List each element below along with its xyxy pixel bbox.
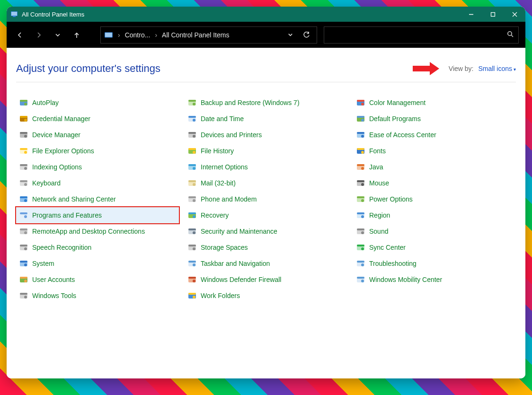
cp-item-devices-and-printers[interactable]: Devices and Printers	[185, 127, 347, 143]
cp-item-remoteapp-and-desktop-connections[interactable]: RemoteApp and Desktop Connections	[16, 223, 179, 239]
cp-item-label: Sound	[369, 228, 388, 235]
svg-rect-118	[357, 245, 364, 246]
cp-item-sync-center[interactable]: Sync Center	[353, 239, 516, 255]
storage-spaces-icon	[187, 243, 197, 252]
svg-point-101	[361, 151, 364, 154]
cp-item-windows-tools[interactable]: Windows Tools	[16, 288, 179, 304]
cp-item-label: File History	[201, 147, 234, 155]
search-icon	[507, 31, 514, 39]
cp-item-power-options[interactable]: Power Options	[353, 191, 516, 207]
cp-item-storage-spaces[interactable]: Storage Spaces	[185, 239, 347, 255]
cp-item-java[interactable]: Java	[353, 159, 516, 175]
svg-rect-4	[491, 12, 495, 16]
svg-point-53	[193, 103, 195, 105]
cp-item-label: Internet Options	[201, 163, 248, 171]
cp-item-label: Security and Maintenance	[201, 228, 277, 235]
cp-item-label: Windows Defender Firewall	[201, 276, 281, 283]
svg-rect-13	[20, 100, 27, 102]
cp-item-device-manager[interactable]: Device Manager	[16, 127, 179, 143]
svg-point-89	[193, 296, 195, 298]
security-and-maintenance-icon	[187, 227, 197, 236]
view-by-value-dropdown[interactable]: Small icons▾	[478, 65, 516, 72]
phone-and-modem-icon	[187, 194, 197, 204]
color-management-icon	[356, 98, 365, 107]
windows-defender-firewall-icon	[187, 275, 197, 284]
cp-item-troubleshooting[interactable]: Troubleshooting	[353, 255, 516, 272]
svg-point-68	[193, 183, 195, 186]
svg-point-47	[24, 280, 27, 282]
search-input[interactable]	[324, 26, 519, 44]
svg-point-119	[361, 247, 364, 250]
nav-back-button[interactable]	[10, 26, 29, 44]
cp-item-backup-and-restore[interactable]: Backup and Restore (Windows 7)	[185, 95, 347, 111]
cp-item-user-accounts[interactable]: User Accounts	[16, 272, 179, 288]
cp-item-label: User Accounts	[32, 276, 75, 283]
svg-point-20	[24, 135, 27, 138]
cp-item-label: Ease of Access Center	[369, 131, 436, 139]
svg-rect-91	[357, 100, 364, 102]
svg-rect-79	[188, 245, 196, 246]
minimize-button[interactable]	[460, 7, 482, 22]
nav-up-button[interactable]	[67, 26, 86, 44]
cp-item-region[interactable]: Region	[353, 207, 516, 223]
svg-rect-52	[188, 100, 196, 102]
cp-item-file-explorer-options[interactable]: File Explorer Options	[16, 143, 179, 159]
svg-rect-76	[188, 228, 196, 230]
internet-options-icon	[187, 162, 197, 172]
cp-item-default-programs[interactable]: Default Programs	[353, 111, 516, 127]
cp-item-label: Device Manager	[32, 131, 80, 139]
cp-item-indexing-options[interactable]: Indexing Options	[16, 159, 179, 175]
cp-item-taskbar-and-navigation[interactable]: Taskbar and Navigation	[185, 255, 347, 272]
cp-item-windows-mobility-center[interactable]: Windows Mobility Center	[353, 272, 516, 288]
cp-item-date-and-time[interactable]: Date and Time	[185, 111, 347, 127]
svg-rect-37	[20, 228, 27, 230]
autoplay-icon	[19, 98, 28, 107]
cp-item-color-management[interactable]: Color Management	[353, 95, 516, 111]
breadcrumb-crumb-2[interactable]: All Control Panel Items	[162, 31, 229, 39]
svg-point-62	[193, 151, 195, 154]
cp-item-work-folders[interactable]: Work Folders	[185, 288, 347, 304]
cp-item-system[interactable]: System	[16, 255, 179, 272]
svg-rect-22	[20, 148, 27, 150]
svg-point-23	[24, 151, 27, 154]
cp-item-mouse[interactable]: Mouse	[353, 175, 516, 191]
svg-point-50	[24, 296, 27, 298]
content-header-row: Adjust your computer's settings View by:…	[16, 48, 516, 82]
cp-item-security-and-maintenance[interactable]: Security and Maintenance	[185, 223, 347, 239]
address-dropdown-button[interactable]	[284, 28, 297, 42]
maximize-button[interactable]	[482, 7, 504, 22]
cp-item-recovery[interactable]: Recovery	[185, 207, 347, 223]
windows-mobility-center-icon	[356, 275, 365, 284]
cp-item-keyboard[interactable]: Keyboard	[16, 175, 179, 191]
svg-rect-73	[188, 212, 196, 214]
nav-forward-button[interactable]	[29, 26, 48, 44]
mail-32-bit-icon	[187, 178, 197, 188]
sync-center-icon	[356, 243, 365, 252]
cp-item-internet-options[interactable]: Internet Options	[185, 159, 347, 175]
cp-item-file-history[interactable]: File History	[185, 143, 347, 159]
svg-rect-61	[188, 148, 196, 150]
svg-rect-100	[357, 148, 364, 150]
svg-point-113	[361, 215, 364, 218]
cp-item-windows-defender-firewall[interactable]: Windows Defender Firewall	[185, 272, 347, 288]
cp-item-sound[interactable]: Sound	[353, 223, 516, 239]
cp-item-autoplay[interactable]: AutoPlay	[16, 95, 179, 111]
svg-rect-55	[188, 116, 196, 118]
windows-tools-icon	[19, 291, 28, 300]
cp-item-mail-32-bit[interactable]: Mail (32-bit)	[185, 175, 347, 191]
cp-item-programs-and-features[interactable]: Programs and Features	[16, 207, 179, 223]
close-button[interactable]	[504, 7, 525, 22]
cp-item-network-and-sharing-center[interactable]: Network and Sharing Center	[16, 191, 179, 207]
svg-rect-82	[188, 261, 196, 263]
breadcrumb-crumb-1[interactable]: Contro...	[125, 31, 151, 39]
cp-item-label: Keyboard	[32, 179, 61, 187]
cp-item-phone-and-modem[interactable]: Phone and Modem	[185, 191, 347, 207]
svg-rect-124	[357, 277, 364, 279]
address-bar[interactable]: › Contro... › All Control Panel Items	[100, 26, 317, 44]
cp-item-credential-manager[interactable]: Credential Manager	[16, 111, 179, 127]
nav-recent-button[interactable]	[48, 26, 67, 44]
refresh-button[interactable]	[300, 28, 313, 42]
cp-item-fonts[interactable]: Fonts	[353, 143, 516, 159]
cp-item-speech-recognition[interactable]: Speech Recognition	[16, 239, 179, 255]
cp-item-ease-of-access-center[interactable]: Ease of Access Center	[353, 127, 516, 143]
